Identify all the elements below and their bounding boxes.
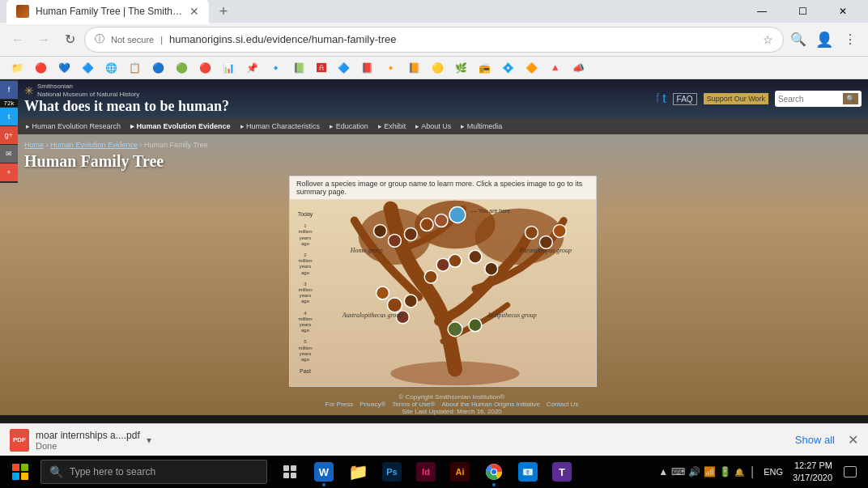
facebook-count: 72k bbox=[0, 100, 18, 107]
tw-header-icon[interactable]: t bbox=[662, 91, 666, 106]
maximize-btn[interactable]: ☐ bbox=[784, 0, 821, 23]
active-tab[interactable]: Human Family Tree | The Smithsonian Inst… bbox=[6, 0, 209, 24]
tray-notification-icon[interactable]: 🔔 bbox=[734, 468, 744, 477]
bookmark-item-7[interactable]: 🟢 bbox=[171, 59, 193, 77]
bookmark-item-11[interactable]: 🔹 bbox=[265, 59, 287, 77]
tab-close-btn[interactable]: ✕ bbox=[189, 5, 199, 18]
bookmark-item-1[interactable]: 🔴 bbox=[30, 59, 52, 77]
user-account-icon[interactable]: 👤 bbox=[813, 28, 836, 51]
header-search[interactable]: 🔍 bbox=[775, 91, 862, 107]
bookmark-item-8[interactable]: 🔴 bbox=[194, 59, 216, 77]
header-search-input[interactable] bbox=[778, 95, 843, 104]
svg-rect-37 bbox=[291, 465, 296, 471]
bookmark-item-20[interactable]: 📻 bbox=[474, 59, 496, 77]
tree-container: Rollover a species image or group name t… bbox=[289, 176, 597, 387]
faq-link[interactable]: FAQ bbox=[673, 93, 697, 105]
nav-human-characteristics[interactable]: ▸ Human Characteristics bbox=[236, 118, 326, 134]
download-close-btn[interactable]: ✕ bbox=[848, 432, 858, 448]
breadcrumb-section[interactable]: Human Evolution Evidence bbox=[50, 141, 138, 149]
bookmark-item-24[interactable]: 📣 bbox=[568, 59, 589, 77]
taskbar-outlook[interactable]: 📧 bbox=[512, 456, 544, 488]
site-tagline: What does it mean to be human? bbox=[24, 98, 229, 115]
taskbar-search-icon: 🔍 bbox=[49, 465, 63, 478]
tray-up-arrow-icon[interactable]: ▲ bbox=[658, 466, 668, 477]
close-btn[interactable]: ✕ bbox=[824, 0, 862, 23]
bookmark-item-4[interactable]: 🌐 bbox=[100, 59, 122, 77]
tray-volume-icon[interactable]: 🔊 bbox=[688, 466, 700, 477]
footer-terms[interactable]: Terms of Use® bbox=[392, 401, 435, 408]
footer-privacy[interactable]: Privacy® bbox=[360, 401, 385, 408]
bookmark-star-icon[interactable]: ☆ bbox=[763, 33, 773, 46]
taskbar-chrome[interactable] bbox=[478, 456, 510, 488]
nav-multimedia[interactable]: ▸ Multimedia bbox=[456, 118, 507, 134]
taskbar-task-view[interactable] bbox=[274, 456, 306, 488]
tray-battery-icon[interactable]: 🔋 bbox=[719, 466, 731, 477]
bookmark-item-17[interactable]: 📙 bbox=[403, 59, 425, 77]
taskbar-indesign[interactable]: Id bbox=[410, 456, 442, 488]
nav-education[interactable]: ▸ Education bbox=[325, 118, 373, 134]
taskbar-search[interactable]: 🔍 Type here to search bbox=[40, 460, 267, 484]
taskbar-teams[interactable]: T bbox=[546, 456, 578, 488]
taskbar-photoshop[interactable]: Ps bbox=[376, 456, 408, 488]
start-button[interactable] bbox=[0, 456, 40, 488]
back-btn[interactable]: ← bbox=[6, 28, 29, 51]
minimize-btn[interactable]: — bbox=[743, 0, 781, 23]
bookmark-item-19[interactable]: 🌿 bbox=[450, 59, 472, 77]
bookmark-item-18[interactable]: 🟡 bbox=[427, 59, 449, 77]
address-input[interactable] bbox=[169, 33, 756, 45]
search-icon[interactable]: 🔍 bbox=[787, 28, 810, 51]
refresh-btn[interactable]: ↻ bbox=[58, 28, 81, 51]
email-social-btn[interactable]: ✉ bbox=[0, 145, 18, 163]
bookmark-item-21[interactable]: 💠 bbox=[497, 59, 519, 77]
bookmark-item-15[interactable]: 📕 bbox=[356, 59, 378, 77]
plus-social-btn[interactable]: + bbox=[0, 163, 18, 181]
tray-network-icon[interactable]: 📶 bbox=[704, 466, 716, 477]
bookmark-item-12[interactable]: 📗 bbox=[288, 59, 310, 77]
bookmark-item-6[interactable]: 🔵 bbox=[147, 59, 169, 77]
address-bar-container[interactable]: ⓘ Not secure | ☆ bbox=[84, 27, 784, 53]
download-chevron-icon[interactable]: ▾ bbox=[147, 435, 151, 446]
bookmark-item-16[interactable]: 🔸 bbox=[380, 59, 402, 77]
bookmark-item-10[interactable]: 📌 bbox=[241, 59, 263, 77]
menu-icon[interactable]: ⋮ bbox=[839, 28, 862, 51]
breadcrumb-current: Human Family Tree bbox=[144, 141, 208, 149]
nav-exhibit[interactable]: ▸ Exhibit bbox=[373, 118, 411, 134]
tray-keyboard-icon[interactable]: ⌨ bbox=[671, 466, 685, 477]
header-search-btn[interactable]: 🔍 bbox=[843, 93, 858, 104]
language-indicator[interactable]: ENG bbox=[764, 467, 783, 477]
nav-human-evolution-research[interactable]: ▸ Human Evolution Research bbox=[21, 118, 126, 134]
taskbar-word[interactable]: W bbox=[308, 456, 340, 488]
twitter-social-btn[interactable]: t bbox=[0, 108, 18, 125]
breadcrumb-home[interactable]: Home bbox=[24, 141, 44, 149]
forward-btn[interactable]: → bbox=[32, 28, 55, 51]
bookmark-item-22[interactable]: 🔶 bbox=[521, 59, 542, 77]
smithsonian-sun-icon: ✳ bbox=[24, 84, 34, 97]
word-icon: W bbox=[314, 462, 334, 482]
bookmark-item-14[interactable]: 🔷 bbox=[333, 59, 355, 77]
fb-header-icon[interactable]: f bbox=[656, 91, 659, 106]
bookmark-item-0[interactable]: 📁 bbox=[6, 59, 28, 77]
footer-about[interactable]: About the Human Origins Initiative bbox=[441, 401, 539, 408]
google-social-btn[interactable]: g+ bbox=[0, 126, 18, 144]
tree-image[interactable]: Today 1millionyearsago 2millionyearsago … bbox=[290, 200, 596, 386]
taskbar-illustrator[interactable]: Ai bbox=[444, 456, 476, 488]
bookmark-item-9[interactable]: 📊 bbox=[218, 59, 240, 77]
tree-instruction: Rollover a species image or group name t… bbox=[290, 176, 596, 200]
bookmark-item-3[interactable]: 🔷 bbox=[77, 59, 99, 77]
bookmark-item-2[interactable]: 💙 bbox=[53, 59, 75, 77]
facebook-social-btn[interactable]: f bbox=[0, 81, 18, 99]
support-btn[interactable]: Support Our Work bbox=[704, 93, 768, 104]
bookmark-item-23[interactable]: 🔺 bbox=[544, 59, 566, 77]
taskbar-pinned-apps: W 📁 Ps Id Ai bbox=[267, 456, 585, 488]
footer-contact[interactable]: Contact Us bbox=[547, 401, 579, 408]
nav-human-evolution-evidence[interactable]: ▸ Human Evolution Evidence bbox=[126, 118, 236, 134]
notification-panel-btn[interactable] bbox=[839, 456, 862, 488]
nav-about-us[interactable]: ▸ About Us bbox=[411, 118, 456, 134]
bookmark-item-5[interactable]: 📋 bbox=[124, 59, 146, 77]
new-tab-btn[interactable]: + bbox=[212, 0, 235, 23]
bookmark-item-13[interactable]: 🅰 bbox=[312, 59, 331, 77]
footer-for-press[interactable]: For Press bbox=[326, 401, 354, 408]
clock[interactable]: 12:27 PM 3/17/2020 bbox=[789, 460, 836, 485]
taskbar-file-explorer[interactable]: 📁 bbox=[342, 456, 374, 488]
show-all-btn[interactable]: Show all bbox=[789, 431, 841, 449]
